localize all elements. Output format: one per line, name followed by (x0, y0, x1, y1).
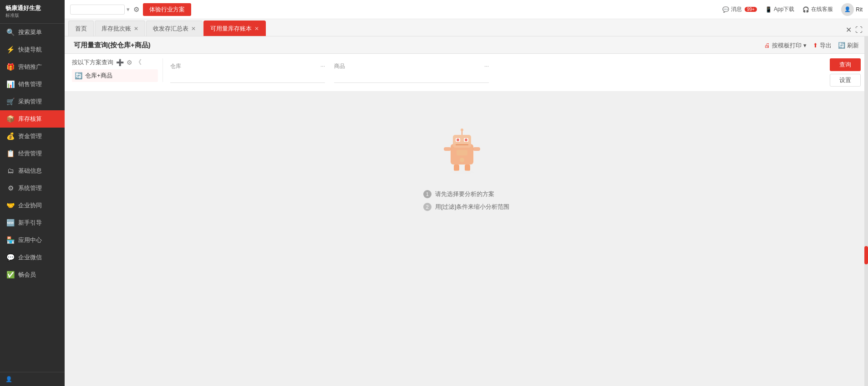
sidebar-item-member[interactable]: ✅ 畅会员 (0, 266, 65, 283)
export-button[interactable]: ⬆ 导出 (813, 41, 832, 50)
service-icon: 🎧 (802, 6, 809, 13)
sidebar-item-label: 搜索菜单 (18, 28, 42, 36)
filter-area: 按以下方案查询 ➕ ⚙ 《 🔄 仓库+商品 仓库 ··· (65, 54, 868, 92)
wechat-icon: 💬 (6, 253, 15, 262)
tab-available-account-close[interactable]: ✕ (254, 26, 259, 32)
app-subtitle: 标准版 (5, 12, 59, 19)
sidebar-item-inventory[interactable]: 📦 库存核算 (0, 110, 65, 128)
tip-number-2: 2 (423, 203, 431, 211)
sidebar-item-label: 基础信息 (18, 167, 42, 175)
query-button[interactable]: 查询 (830, 58, 861, 71)
user-name: Rit (856, 6, 863, 13)
goods-more-button[interactable]: ··· (484, 63, 489, 69)
sidebar-item-label: 应用中心 (18, 236, 42, 244)
cooperation-icon: 🤝 (6, 201, 15, 210)
topbar-search-input[interactable] (70, 5, 125, 15)
refresh-label: 刷新 (847, 41, 859, 50)
tip-number-1: 1 (423, 190, 431, 198)
appcenter-icon: 🏪 (6, 236, 15, 244)
svg-point-15 (449, 170, 475, 174)
empty-tip-2: 2 用[过滤]条件来缩小分析范围 (423, 203, 509, 211)
avatar: 👤 (841, 3, 854, 16)
print-label: 按模板打印 (772, 41, 802, 50)
svg-point-4 (457, 139, 459, 141)
goods-input[interactable] (334, 72, 489, 83)
topbar-search: ▾ (70, 5, 130, 15)
basic-icon: 🗂 (6, 167, 15, 175)
sidebar-bottom: 👤 (0, 372, 65, 386)
settings-button[interactable]: 设置 (830, 74, 861, 87)
svg-rect-10 (465, 165, 470, 171)
sidebar-item-appcenter[interactable]: 🏪 应用中心 (0, 232, 65, 249)
refresh-button[interactable]: 🔄 刷新 (838, 41, 859, 50)
svg-rect-1 (453, 135, 471, 148)
member-icon: ✅ (6, 271, 15, 279)
sidebar-item-basic[interactable]: 🗂 基础信息 (0, 162, 65, 180)
sidebar-item-guide[interactable]: 🆕 新手引导 (0, 214, 65, 232)
sidebar-item-search[interactable]: 🔍 搜索菜单 (0, 24, 65, 41)
main-content: ▾ ⚙ 体验行业方案 💬 消息 99+ 📱 App下载 🎧 在线客服 👤 Rit (65, 0, 868, 386)
empty-state: 1 请先选择要分析的方案 2 用[过滤]条件来缩小分析范围 (65, 92, 868, 247)
app-download-button[interactable]: 📱 App下载 (765, 5, 794, 13)
sidebar-item-marketing[interactable]: 🎁 营销推广 (0, 58, 65, 76)
right-scrollbar[interactable] (864, 36, 868, 386)
topbar-gear-icon[interactable]: ⚙ (133, 5, 139, 14)
online-service-button[interactable]: 🎧 在线客服 (802, 5, 833, 13)
industry-solution-button[interactable]: 体验行业方案 (143, 3, 191, 16)
edit-scheme-button[interactable]: ⚙ (127, 59, 132, 66)
print-button[interactable]: 🖨 按模板打印 ▾ (764, 41, 807, 50)
page-header-actions: 🖨 按模板打印 ▾ ⬆ 导出 🔄 刷新 (764, 41, 859, 50)
tab-home[interactable]: 首页 (68, 21, 94, 36)
tab-batch-account-label: 库存批次账 (102, 25, 131, 33)
tab-home-label: 首页 (75, 25, 87, 33)
sidebar: 畅康通好生意 标准版 🔍 搜索菜单 ⚡ 快捷导航 🎁 营销推广 📊 销售管理 🛒… (0, 0, 65, 386)
goods-field: 商品 ··· (334, 62, 489, 83)
shortcut-icon: ⚡ (6, 46, 15, 54)
sidebar-item-purchase[interactable]: 🛒 采购管理 (0, 93, 65, 110)
sidebar-item-system[interactable]: ⚙ 系统管理 (0, 180, 65, 197)
tab-collect-account-close[interactable]: ✕ (191, 26, 196, 32)
tab-available-account[interactable]: 可用量库存账本 ✕ (203, 21, 266, 36)
sidebar-item-shortcut[interactable]: ⚡ 快捷导航 (0, 41, 65, 58)
tab-batch-account-close[interactable]: ✕ (134, 26, 138, 32)
tab-batch-account[interactable]: 库存批次账 ✕ (95, 21, 145, 36)
warehouse-more-button[interactable]: ··· (320, 63, 325, 69)
tab-close-all-button[interactable]: ✕ (846, 26, 852, 34)
tab-expand-button[interactable]: ⛶ (855, 26, 863, 34)
empty-state-visual (439, 128, 494, 183)
add-scheme-button[interactable]: ➕ (116, 59, 124, 66)
sidebar-item-label: 企业微信 (18, 253, 42, 262)
page-header: 可用量查询(按仓库+商品) 🖨 按模板打印 ▾ ⬆ 导出 🔄 刷新 (65, 36, 868, 54)
warehouse-input[interactable] (170, 72, 325, 83)
empty-tip-1: 1 请先选择要分析的方案 (423, 190, 509, 198)
tip-text-2: 用[过滤]条件来缩小分析范围 (435, 203, 509, 211)
sidebar-item-sales[interactable]: 📊 销售管理 (0, 76, 65, 93)
sidebar-item-operation[interactable]: 📋 经营管理 (0, 145, 65, 162)
sidebar-bottom-icon: 👤 (5, 376, 12, 382)
goods-label: 商品 (334, 62, 345, 70)
guide-icon: 🆕 (6, 219, 15, 227)
user-info[interactable]: 👤 Rit (841, 3, 863, 16)
empty-robot-illustration (439, 128, 485, 174)
sidebar-item-cooperation[interactable]: 🤝 企业协同 (0, 197, 65, 214)
print-dropdown-icon[interactable]: ▾ (803, 42, 807, 49)
topbar-dropdown-icon[interactable]: ▾ (127, 6, 130, 13)
sidebar-item-wechat[interactable]: 💬 企业微信 (0, 249, 65, 266)
svg-rect-6 (456, 144, 468, 145)
marketing-icon: 🎁 (6, 63, 15, 71)
empty-tips: 1 请先选择要分析的方案 2 用[过滤]条件来缩小分析范围 (423, 190, 509, 211)
page-title: 可用量查询(按仓库+商品) (74, 41, 151, 50)
filter-fields: 仓库 ··· 商品 ··· 查询 设置 (163, 58, 861, 87)
message-button[interactable]: 💬 消息 99+ (722, 5, 757, 13)
tab-collect-account[interactable]: 收发存汇总表 ✕ (146, 21, 203, 36)
app-download-label: App下载 (774, 5, 794, 13)
sidebar-item-label: 新手引导 (18, 219, 42, 227)
page-content: 可用量查询(按仓库+商品) 🖨 按模板打印 ▾ ⬆ 导出 🔄 刷新 (65, 36, 868, 386)
sidebar-logo: 畅康通好生意 标准版 (0, 0, 65, 24)
scheme-item-label: 仓库+商品 (85, 72, 112, 80)
message-label: 消息 (731, 5, 742, 13)
collapse-scheme-button[interactable]: 《 (135, 58, 142, 67)
sidebar-item-label: 库存核算 (18, 115, 42, 123)
sidebar-item-finance[interactable]: 💰 资金管理 (0, 128, 65, 145)
scheme-item-warehouse-goods[interactable]: 🔄 仓库+商品 (72, 69, 158, 82)
